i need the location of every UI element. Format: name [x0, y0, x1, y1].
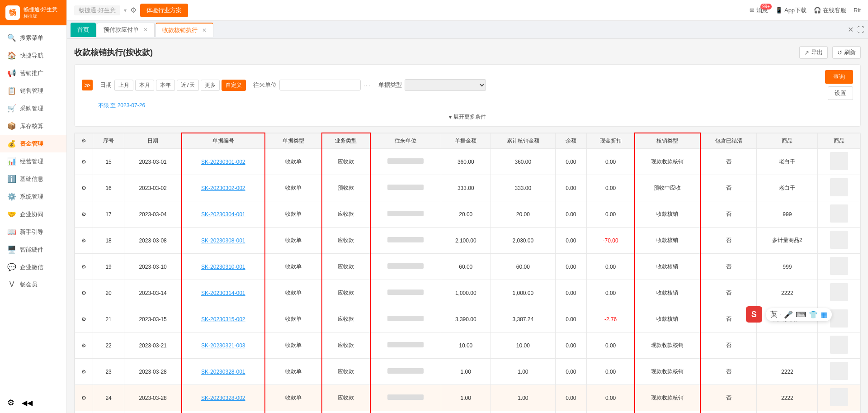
- bill-no-link[interactable]: SK-20230314-001: [201, 290, 245, 296]
- row-bill-amount: 1,000.00: [441, 280, 491, 306]
- row-seq: 17: [93, 201, 124, 228]
- sidebar-item-enterprise[interactable]: 🤝 企业协同: [0, 205, 66, 223]
- row-settings-cell[interactable]: ⚙: [75, 280, 93, 306]
- maximize-icon[interactable]: ⛶: [857, 26, 864, 34]
- date-more-btn[interactable]: 更多: [201, 80, 220, 91]
- date-custom-btn[interactable]: 自定义: [222, 80, 246, 91]
- tab-receipts-close[interactable]: ✕: [202, 27, 207, 33]
- tab-prepay-close[interactable]: ✕: [143, 27, 148, 33]
- sidebar-item-wechat[interactable]: 💬 企业微信: [0, 258, 66, 276]
- sidebar-item-operations[interactable]: 📊 经营管理: [0, 152, 66, 170]
- row-goods-1: [757, 332, 818, 359]
- bill-no-link[interactable]: SK-20230301-002: [201, 159, 245, 165]
- bill-no-link[interactable]: SK-20230310-001: [201, 264, 245, 270]
- table-row: ⚙ 21 2023-03-15 SK-20230315-002 收款单 应收款 …: [75, 306, 860, 332]
- row-settings-cell[interactable]: ⚙: [75, 175, 93, 201]
- row-settings-cell[interactable]: ⚙: [75, 306, 93, 332]
- row-settings-cell[interactable]: ⚙: [75, 385, 93, 411]
- bill-no-link[interactable]: SK-20230328-002: [201, 395, 245, 401]
- row-seq: 24: [93, 385, 124, 411]
- row-goods-2: [818, 280, 860, 306]
- row-cash-discount: -70.00: [586, 228, 635, 254]
- app-download-btn[interactable]: 📱 App下载: [775, 6, 807, 14]
- sidebar-item-finance[interactable]: 💰 资金管理: [0, 135, 66, 152]
- filter-collapse-btn[interactable]: ≫: [82, 80, 93, 90]
- row-seq: 25: [93, 411, 124, 413]
- row-settings-cell[interactable]: ⚙: [75, 201, 93, 228]
- bill-no-link[interactable]: SK-20230328-001: [201, 369, 245, 375]
- row-date: 2023-03-28: [124, 385, 182, 411]
- row-balance: 0.00: [555, 306, 586, 332]
- export-btn[interactable]: ↗ 导出: [799, 46, 828, 59]
- date-last-month-btn[interactable]: 上月: [114, 80, 133, 91]
- counterpart-input[interactable]: [279, 80, 361, 90]
- sidebar-item-purchase[interactable]: 🛒 采购管理: [0, 100, 66, 117]
- sidebar-item-hardware[interactable]: 🖥️ 智能硬件: [0, 241, 66, 258]
- settings-footer-icon[interactable]: ⚙: [7, 398, 14, 408]
- online-service-btn[interactable]: 🎧 在线客服: [814, 6, 846, 14]
- th-date: 日期: [124, 133, 182, 149]
- row-biz-type: 应收款: [322, 254, 371, 280]
- row-cancel-type: 现款收款核销: [635, 411, 700, 413]
- row-biz-type: 应收款: [322, 359, 371, 385]
- bill-no-link[interactable]: SK-20230308-001: [201, 237, 245, 244]
- row-cumulative-cancel: 3,387.24: [491, 306, 555, 332]
- row-bill-no: SK-20230302-002: [182, 175, 265, 201]
- sidebar-item-basic[interactable]: ℹ️ 基础信息: [0, 170, 66, 188]
- sidebar: 畅 畅捷通·好生意 标推版 🔍 搜索菜单 🏠 快捷导航 📢 营销推广 📋 销售管…: [0, 0, 67, 413]
- row-balance: 0.00: [555, 228, 586, 254]
- tab-receipts[interactable]: 收款核销执行 ✕: [156, 23, 213, 37]
- th-cancel-type: 核销类型: [635, 133, 700, 149]
- row-settings-cell[interactable]: ⚙: [75, 228, 93, 254]
- row-settings-cell[interactable]: ⚙: [75, 254, 93, 280]
- refresh-btn[interactable]: ↺ 刷新: [832, 46, 861, 59]
- sidebar-item-inventory[interactable]: 📦 库存核算: [0, 117, 66, 135]
- row-cumulative-cancel: 10.00: [491, 332, 555, 359]
- row-bill-no: SK-20230308-001: [182, 228, 265, 254]
- sidebar-item-guide[interactable]: 📖 新手引导: [0, 223, 66, 241]
- expand-conditions-btn[interactable]: ▾ 展开更多条件: [449, 113, 486, 121]
- row-include-settled: 否: [700, 175, 757, 201]
- query-btn[interactable]: 查询: [825, 70, 853, 84]
- tab-home[interactable]: 首页: [71, 23, 96, 37]
- content-area: 收款核销执行(按收款) ↗ 导出 ↺ 刷新 ≫ 日期: [67, 39, 868, 413]
- bill-no-link[interactable]: SK-20230315-002: [201, 316, 245, 323]
- row-settings-cell[interactable]: ⚙: [75, 149, 93, 175]
- date-this-month-btn[interactable]: 本月: [135, 80, 154, 91]
- row-balance: 0.00: [555, 201, 586, 228]
- logo-icon: 畅: [5, 5, 20, 20]
- topbar-gear-icon[interactable]: ⚙: [130, 6, 137, 14]
- filter-settings-btn[interactable]: 设置: [828, 86, 853, 100]
- row-bill-type: 收款单: [265, 254, 322, 280]
- sidebar-item-quicknav[interactable]: 🏠 快捷导航: [0, 47, 66, 64]
- close-all-tabs-icon[interactable]: ✕: [848, 25, 854, 34]
- message-btn[interactable]: ✉ 消息 99+: [750, 6, 768, 14]
- industry-btn[interactable]: 体验行业方案: [140, 4, 188, 17]
- topbar-app-name: 畅捷通·好生意: [74, 5, 120, 15]
- row-cancel-type: 收款核销: [635, 280, 700, 306]
- date-7days-btn[interactable]: 近7天: [177, 80, 199, 91]
- sidebar-item-sales[interactable]: 📋 销售管理: [0, 82, 66, 100]
- row-settings-cell[interactable]: ⚙: [75, 359, 93, 385]
- row-biz-type: 应收款: [322, 385, 371, 411]
- sidebar-item-member[interactable]: V 畅会员: [0, 276, 66, 293]
- date-range-display: 不限 至 2023-07-26: [98, 102, 853, 109]
- sidebar-item-search[interactable]: 🔍 搜索菜单: [0, 29, 66, 47]
- s-icon-bar: 英 · 🎤 ⌨ 👕 ▦: [766, 308, 832, 321]
- row-cumulative-cancel: 333.00: [491, 175, 555, 201]
- sidebar-item-marketing[interactable]: 📢 营销推广: [0, 64, 66, 82]
- collapse-icon[interactable]: ◀◀: [22, 399, 33, 407]
- dropdown-icon[interactable]: ▾: [124, 7, 127, 14]
- bill-no-link[interactable]: SK-20230302-002: [201, 185, 245, 191]
- date-this-year-btn[interactable]: 本年: [156, 80, 175, 91]
- bill-no-link[interactable]: SK-20230304-001: [201, 211, 245, 218]
- bill-no-link[interactable]: SK-20230321-003: [201, 342, 245, 349]
- bill-type-select[interactable]: [405, 79, 486, 91]
- row-seq: 16: [93, 175, 124, 201]
- row-settings-cell[interactable]: ⚙: [75, 332, 93, 359]
- tab-prepay[interactable]: 预付款应付单 ✕: [97, 23, 155, 37]
- row-goods-1: 多计量商品2: [757, 228, 818, 254]
- row-settings-cell[interactable]: ⚙: [75, 411, 93, 413]
- th-settings[interactable]: ⚙: [75, 133, 93, 149]
- sidebar-item-system[interactable]: ⚙️ 系统管理: [0, 188, 66, 205]
